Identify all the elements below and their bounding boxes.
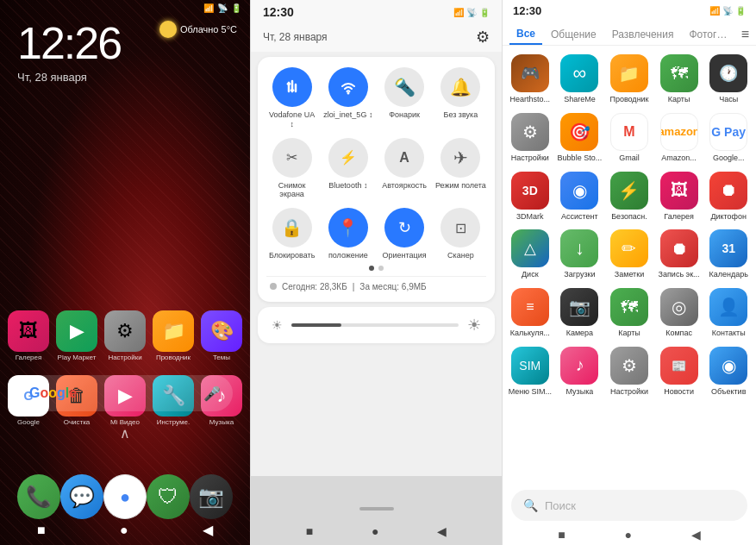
drawer-nav-recent[interactable]: ◀	[691, 528, 701, 542]
recorder-label: Запись эк...	[659, 270, 700, 279]
notif-wifi-icon: 📡	[466, 8, 477, 17]
downloads-label: Загрузки	[564, 270, 595, 279]
brightness-control[interactable]: ☀ ☀	[258, 307, 495, 343]
tile-lock[interactable]: 🔒 Блокировать	[266, 208, 317, 260]
drive-label: Диск	[522, 270, 539, 279]
music-icon: ♪	[560, 347, 598, 385]
app-calc[interactable]: ≡ Калькуля...	[506, 285, 554, 341]
notif-drag-handle[interactable]	[359, 507, 394, 511]
dock-security[interactable]: 🛡	[147, 474, 190, 519]
lock-apps-row1: 🖼 ▶ ⚙ 📁 🎨	[4, 310, 246, 352]
tile-screenshot[interactable]: ✂ Снимок экрана	[266, 138, 317, 200]
tile-flashlight[interactable]: 🔦 Фонарик	[379, 67, 430, 129]
settings-app-icon: ⚙	[511, 113, 549, 151]
app-compass[interactable]: ◎ Компас	[655, 285, 703, 341]
tile-scanner[interactable]: ⊡ Сканер	[435, 208, 486, 260]
vodafone-label: Vodafone UA ↕	[266, 110, 317, 129]
gallery-label: Галерея	[664, 212, 694, 222]
app-settings[interactable]: ⚙ Настройки	[506, 110, 554, 166]
drawer-search-bar[interactable]: 🔍 Поиск	[511, 490, 747, 521]
gpay-label: Google...	[713, 153, 745, 163]
drawer-signal-icon: 📶	[709, 6, 720, 16]
app-notes[interactable]: ✏ Заметки	[605, 226, 653, 283]
app-scanner[interactable]: ◉ Объектив	[704, 343, 753, 400]
app-drive[interactable]: △ Диск	[506, 226, 554, 283]
tile-autobright[interactable]: A Автояркость	[379, 138, 430, 200]
tab-photos[interactable]: Фотогра...	[682, 25, 734, 44]
scanner-icon: ⊡	[440, 208, 480, 247]
maps2-icon: 🗺	[610, 288, 648, 326]
lock-search-bar[interactable]: Google 🎤	[17, 375, 233, 411]
lock-app-settings[interactable]: ⚙	[104, 310, 146, 352]
shareme-label: ShareMe	[564, 95, 596, 104]
app-recorder[interactable]: ⏺ Запись эк...	[655, 226, 703, 283]
lock-label: Блокировать	[269, 251, 315, 260]
app-contacts[interactable]: 👤 Контакты	[704, 285, 753, 341]
tab-all[interactable]: Все	[509, 24, 542, 45]
app-files[interactable]: 📁 Проводник	[605, 51, 653, 108]
lock-app-gallery[interactable]: 🖼	[8, 310, 49, 352]
app-gmail[interactable]: M Gmail	[605, 110, 653, 166]
dock-messages[interactable]: 💬	[60, 474, 103, 519]
tile-silent[interactable]: 🔔 Без звука	[435, 67, 486, 129]
app-gallery[interactable]: 🖼 Галерея	[655, 168, 703, 225]
label-settings: Настройки	[103, 354, 147, 361]
notif-time: 12:30	[263, 5, 294, 19]
app-dictaphone[interactable]: ⏺ Диктофон	[704, 168, 753, 225]
tab-communication[interactable]: Общение	[544, 25, 603, 44]
app-calendar[interactable]: 31 Календарь	[704, 226, 753, 283]
label-themes: Темы	[199, 354, 244, 361]
app-camera[interactable]: 📷 Камера	[556, 285, 604, 341]
clock-label: Часы	[719, 95, 738, 104]
lock-app-playstore[interactable]: ▶	[56, 310, 97, 352]
airplane-icon: ✈	[440, 138, 480, 178]
lock-time: 12:26	[17, 17, 121, 69]
location-label: положение	[328, 251, 368, 260]
lock-app-files[interactable]: 📁	[153, 310, 194, 352]
app-maps[interactable]: 🗺 Карты	[655, 51, 703, 108]
app-bubble[interactable]: 🎯 Bubble Sto...	[556, 110, 604, 166]
app-hearthstone[interactable]: 🎮 Hearthsto...	[506, 51, 554, 108]
notif-nav-back[interactable]: ■	[306, 524, 313, 538]
tile-vodafone[interactable]: Vodafone UA ↕	[266, 67, 317, 129]
notif-nav-recent[interactable]: ◀	[437, 524, 447, 538]
dock-phone[interactable]: 📞	[17, 474, 60, 519]
brightness-bar[interactable]	[291, 323, 459, 327]
tile-bluetooth[interactable]: ⚡ Bluetooth ↕	[322, 138, 373, 200]
app-security[interactable]: ⚡ Безопасн.	[605, 168, 653, 225]
app-3dmark[interactable]: 3D 3DMark	[506, 168, 554, 225]
app-settings2[interactable]: ⚙ Настройки	[605, 343, 653, 400]
app-assistant[interactable]: ◉ Ассистент	[556, 168, 604, 225]
tile-wifi[interactable]: zloi_inet_5G ↕	[322, 67, 373, 129]
settings-icon[interactable]: ⚙	[476, 28, 490, 47]
app-shareme[interactable]: ∞ ShareMe	[556, 51, 604, 108]
app-downloads[interactable]: ↓ Загрузки	[556, 226, 604, 283]
dock-chrome[interactable]: ●	[103, 474, 147, 519]
app-clock[interactable]: 🕐 Часы	[704, 51, 753, 108]
usage-icon	[270, 283, 277, 290]
nav-recent-icon[interactable]: ◀	[203, 522, 213, 538]
brightness-fill	[291, 323, 341, 327]
drawer-nav-back[interactable]: ■	[558, 528, 565, 542]
tile-airplane[interactable]: ✈ Режим полета	[435, 138, 486, 200]
app-simsettings[interactable]: SIM Меню SIM...	[506, 343, 554, 400]
lock-app-themes[interactable]: 🎨	[201, 310, 242, 352]
svg-point-0	[347, 92, 349, 95]
tab-more-icon[interactable]: ≡	[741, 27, 749, 42]
tile-location[interactable]: 📍 положение	[322, 208, 373, 260]
lock-icon: 🔒	[272, 208, 312, 247]
dock-camera[interactable]: 📷	[190, 474, 233, 519]
drawer-nav-home[interactable]: ●	[625, 528, 632, 542]
tile-rotation[interactable]: ↻ Ориентация	[379, 208, 430, 260]
nav-back-icon[interactable]: ■	[37, 523, 46, 538]
app-music[interactable]: ♪ Музыка	[556, 343, 604, 400]
notif-nav-home[interactable]: ●	[372, 524, 378, 538]
app-maps2[interactable]: 🗺 Карты	[605, 285, 653, 341]
tab-entertainment[interactable]: Развлечения	[605, 25, 681, 44]
nav-home-icon[interactable]: ●	[120, 523, 128, 538]
app-amazon[interactable]: amazon Amazon...	[655, 110, 703, 166]
3dmark-icon: 3D	[511, 172, 549, 210]
silent-icon: 🔔	[440, 67, 480, 107]
app-gpay[interactable]: G Pay Google...	[704, 110, 753, 166]
app-news[interactable]: 📰 Новости	[655, 343, 703, 400]
